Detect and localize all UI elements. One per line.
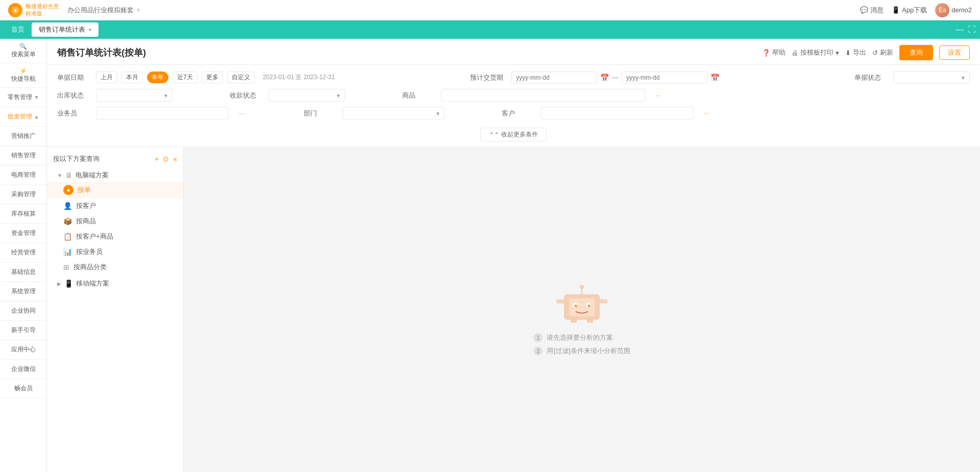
sidebar-item-inventory[interactable]: 库存核算 xyxy=(0,204,46,224)
scheme-item-by-cust-prod[interactable]: 📋 按客户+商品 xyxy=(47,229,183,244)
product-input[interactable] xyxy=(441,89,645,102)
scheme-item-by-category[interactable]: ⊞ 按商品分类 xyxy=(47,259,183,275)
ship-status-select[interactable] xyxy=(96,89,173,102)
tab-maximize-icon[interactable]: ⛶ xyxy=(968,25,976,34)
scheme-settings-btn[interactable]: ⊙ xyxy=(163,155,169,163)
message-icon: 💬 xyxy=(860,6,868,14)
tab-close-btn[interactable]: × xyxy=(88,27,91,33)
pc-group-label: 电脑端方案 xyxy=(76,171,109,180)
scheme-panel-actions: + ⊙ « xyxy=(155,155,177,163)
status-label: 单据状态 xyxy=(854,73,885,82)
date-prev-btn[interactable]: 上月 xyxy=(96,72,117,83)
main-layout: 🔍 搜索菜单 ⚡ 快捷导航 零售管理 ▼ 批发管理 ▲ 营销推广 销售管理 电商… xyxy=(0,39,980,472)
tab-minimize-icon[interactable]: — xyxy=(955,25,964,34)
status-select-wrapper xyxy=(893,71,970,84)
expected-date-from[interactable] xyxy=(511,72,597,84)
payment-status-label: 收款状态 xyxy=(230,91,260,100)
svg-point-5 xyxy=(574,304,577,308)
breadcrumb-arrow-icon: ▾ xyxy=(137,6,140,14)
sidebar-member-label: 畅会员 xyxy=(14,384,33,393)
sidebar-item-basicinfo[interactable]: 基础信息 xyxy=(0,263,46,282)
export-icon: ⬇ xyxy=(845,49,851,57)
sidebar-inventory-label: 库存核算 xyxy=(11,209,36,218)
sidebar-item-sales[interactable]: 销售管理 xyxy=(0,146,46,166)
tab-home-label: 首页 xyxy=(11,25,24,34)
filter-section: 单据日期 上月 本月 本年 近7天 更多 自定义 2023-01-01 至 20… xyxy=(47,65,980,147)
sidebar-purchase-label: 采购管理 xyxy=(11,190,36,199)
scheme-item-by-single[interactable]: ● 按单 xyxy=(47,182,183,198)
expected-date-to[interactable] xyxy=(622,72,707,84)
print-icon: 🖨 xyxy=(792,49,798,57)
scheme-item-by-customer[interactable]: 👤 按客户 xyxy=(47,198,183,214)
export-btn[interactable]: ⬇ 导出 xyxy=(845,48,866,57)
department-label: 部门 xyxy=(304,109,334,118)
refresh-btn[interactable]: ↺ 刷新 xyxy=(872,48,893,57)
refresh-label: 刷新 xyxy=(880,48,893,57)
sidebar-item-retail[interactable]: 零售管理 ▼ xyxy=(0,88,46,107)
sidebar-search[interactable]: 🔍 搜索菜单 xyxy=(0,39,46,63)
customer-more-btn[interactable]: ··· xyxy=(702,109,712,117)
salesperson-input[interactable] xyxy=(96,107,229,120)
print-label: 按模板打印 xyxy=(800,48,834,57)
scheme-group-mobile-header[interactable]: ▶ 📱 移动端方案 xyxy=(47,277,183,290)
message-btn[interactable]: 💬 消息 xyxy=(860,6,884,15)
customer-input[interactable] xyxy=(541,107,694,120)
sidebar-item-appcenter[interactable]: 应用中心 xyxy=(0,340,46,360)
calendar-from-icon[interactable]: 📅 xyxy=(600,74,609,82)
sidebar-item-operations[interactable]: 经营管理 xyxy=(0,243,46,263)
date-cur-year-btn[interactable]: 本年 xyxy=(147,72,168,83)
breadcrumb: 办公用品行业模拟账套 ▾ xyxy=(59,6,860,15)
payment-status-select[interactable] xyxy=(268,89,345,102)
date-custom-btn[interactable]: 自定义 xyxy=(227,72,255,83)
tip-num-2: 2 xyxy=(533,346,543,356)
date-more-btn[interactable]: 更多 xyxy=(202,72,223,83)
tip-num-1: 1 xyxy=(533,333,543,342)
sidebar-item-newuser[interactable]: 新手引导 xyxy=(0,321,46,340)
user-menu[interactable]: Ea demo2 xyxy=(935,3,972,17)
date-7days-btn[interactable]: 近7天 xyxy=(173,72,198,83)
department-select[interactable] xyxy=(342,107,445,120)
sidebar-item-finance[interactable]: 资金管理 xyxy=(0,224,46,243)
scheme-item-by-salesperson[interactable]: 📊 按业务员 xyxy=(47,244,183,259)
setting-button[interactable]: 设置 xyxy=(939,45,970,60)
status-select[interactable] xyxy=(893,71,970,84)
collapse-btn[interactable]: ⌃⌃ 收起更多条件 xyxy=(480,128,547,141)
page-header: 销售订单统计表(按单) ❓ 帮助 🖨 按模板打印 ▾ ⬇ 导出 ↺ 刷新 xyxy=(47,39,980,65)
scheme-item-by-product[interactable]: 📦 按商品 xyxy=(47,214,183,229)
sidebar-item-marketing[interactable]: 营销推广 xyxy=(0,127,46,146)
sidebar-item-system[interactable]: 系统管理 xyxy=(0,282,46,301)
print-btn[interactable]: 🖨 按模板打印 ▾ xyxy=(792,48,839,57)
help-btn[interactable]: ❓ 帮助 xyxy=(762,48,786,57)
calendar-to-icon[interactable]: 📅 xyxy=(710,74,719,82)
sidebar-item-member[interactable]: 畅会员 xyxy=(0,379,46,398)
sidebar-item-enterprise-wx[interactable]: 企业微信 xyxy=(0,360,46,379)
mobile-icon: 📱 xyxy=(64,279,73,288)
scheme-group-pc-header[interactable]: ▼ 🖥 电脑端方案 xyxy=(47,169,183,182)
salesperson-scheme-icon: 📊 xyxy=(63,248,72,256)
tab-sales-order[interactable]: 销售订单统计表 × xyxy=(32,22,99,37)
scheme-add-btn[interactable]: + xyxy=(155,155,159,163)
sidebar-item-wholesale[interactable]: 批发管理 ▲ xyxy=(0,107,46,127)
sidebar-item-ecommerce[interactable]: 电商管理 xyxy=(0,166,46,185)
export-label: 导出 xyxy=(853,48,866,57)
filter-row-1: 单据日期 上月 本月 本年 近7天 更多 自定义 2023-01-01 至 20… xyxy=(57,71,970,84)
empty-tips: 1 请先选择要分析的方案 2 用[过滤]条件来缩小分析范围 xyxy=(533,333,630,356)
scheme-by-product-label: 按商品 xyxy=(76,217,96,226)
date-cur-btn[interactable]: 本月 xyxy=(121,72,143,83)
query-button[interactable]: 查询 xyxy=(899,45,933,60)
salesperson-more-btn[interactable]: ··· xyxy=(237,109,247,117)
logo-icon: ✦ xyxy=(8,3,22,17)
scheme-collapse-btn[interactable]: « xyxy=(173,155,177,163)
message-label: 消息 xyxy=(870,6,884,15)
app-download-btn[interactable]: 📱 App下载 xyxy=(892,6,927,15)
sidebar-item-purchase[interactable]: 采购管理 xyxy=(0,185,46,204)
refresh-icon: ↺ xyxy=(872,49,878,57)
product-more-btn[interactable]: ··· xyxy=(653,91,663,99)
sidebar-item-enterprise[interactable]: 企业协同 xyxy=(0,301,46,321)
tab-home[interactable]: 首页 xyxy=(4,22,32,37)
sidebar-marketing-label: 营销推广 xyxy=(11,132,36,140)
salesperson-label: 业务员 xyxy=(57,109,88,118)
sidebar-retail-label: 零售管理 xyxy=(8,93,32,102)
username: demo2 xyxy=(951,6,972,14)
sidebar-quicknav[interactable]: ⚡ 快捷导航 xyxy=(0,63,46,88)
